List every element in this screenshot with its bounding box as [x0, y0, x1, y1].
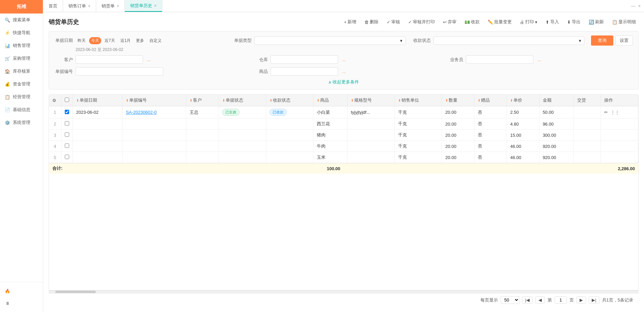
date-shortcut-昨天[interactable]: 昨天	[76, 37, 88, 44]
row-doc-no-2	[122, 130, 186, 141]
goods-picker[interactable]: ...	[341, 69, 347, 74]
row-price-2: 15.00	[507, 130, 539, 141]
row-checkbox-4[interactable]	[61, 152, 73, 163]
edit-icon-0[interactable]: ✏	[604, 110, 608, 115]
filter-row-3: 单据编号 商品 ...	[54, 67, 633, 76]
first-page-btn[interactable]: |◀	[522, 296, 533, 304]
doc-no-col-header[interactable]: ⬆单据编号	[122, 95, 186, 106]
summary-qty: 100.00	[66, 166, 601, 171]
docno-input[interactable]	[76, 67, 163, 76]
row-checkbox-0[interactable]	[61, 106, 73, 119]
unit-col-header[interactable]: ⬆销售单位	[395, 95, 442, 106]
row-gift-3: 否	[474, 141, 507, 152]
gift-col-header[interactable]: ⬆赠品	[474, 95, 507, 106]
doc-date-col-header[interactable]: ⬆单据日期	[73, 95, 122, 106]
tab-sales-order[interactable]: 销售订单×	[63, 0, 96, 12]
sidebar-item-inventory-calc[interactable]: 🏠库存核算	[0, 65, 43, 78]
row-checkbox-2[interactable]	[61, 130, 73, 141]
scroll-track[interactable]	[49, 290, 639, 293]
next-page-btn[interactable]: ▶	[577, 296, 586, 304]
tab-close-sales-goods[interactable]: ×	[117, 4, 119, 8]
row-checkbox-3[interactable]	[61, 141, 73, 152]
date-shortcut-今天[interactable]: 今天	[89, 37, 101, 44]
row-price-4: 46.00	[507, 152, 539, 163]
staff-input[interactable]	[466, 55, 533, 64]
sidebar-item-quick-nav[interactable]: ⚡快捷导航	[0, 26, 43, 39]
sidebar-item-fire[interactable]: 🔥	[0, 285, 43, 297]
row-goods-1: 西兰花	[313, 119, 347, 130]
page-size-select[interactable]: 50 100	[501, 296, 520, 304]
collect-button[interactable]: 💵收款	[462, 18, 482, 26]
sidebar-item-pause[interactable]: ⏸	[0, 297, 43, 309]
close-btn[interactable]: ×	[638, 3, 641, 8]
sidebar-item-basic-info[interactable]: 📄基础信息	[0, 103, 43, 116]
tab-sales-history[interactable]: 销货单历史×	[125, 0, 162, 12]
payment-status-select[interactable]: ▾	[433, 36, 584, 45]
customer-input[interactable]	[76, 55, 143, 64]
batch-change-button[interactable]: ✏️批量变更	[485, 18, 514, 26]
row-spec-1	[347, 119, 394, 130]
checkbox-col-header[interactable]	[61, 95, 73, 106]
filter-date-range-row: 2023-06-02 至 2023-06-02	[54, 47, 633, 53]
page-number-input[interactable]	[555, 296, 567, 304]
price-col-header[interactable]: ⬆单价	[507, 95, 539, 106]
select-all-checkbox[interactable]	[65, 98, 69, 102]
customer-picker[interactable]: ...	[146, 57, 152, 62]
import-button[interactable]: ⬆导入	[543, 18, 562, 26]
new-button[interactable]: +新增	[341, 18, 359, 26]
customer-col-header[interactable]: ⬆客户	[186, 95, 219, 106]
sidebar-item-sales-mgmt[interactable]: 📊销售管理	[0, 39, 43, 52]
minimize-btn[interactable]: —	[631, 3, 635, 8]
more-icon-0[interactable]: ⋮⋮	[611, 110, 619, 115]
prev-page-btn[interactable]: ◀	[535, 296, 545, 304]
staff-picker[interactable]: ...	[536, 57, 542, 62]
row-amount-2: 300.00	[539, 130, 574, 141]
audit-print-button[interactable]: ✓审核并打印	[405, 18, 438, 26]
goods-input[interactable]	[271, 67, 338, 76]
row-unit-1: 千克	[395, 119, 442, 130]
show-detail-button[interactable]: 📋显示明细	[609, 18, 639, 26]
payment-status-col-header[interactable]: ⬆收款状态	[266, 95, 313, 106]
settings-button[interactable]: 设置	[615, 35, 633, 46]
date-shortcut-近1月[interactable]: 近1月	[118, 37, 133, 44]
type-select[interactable]: ▾	[254, 36, 405, 45]
row-checkbox-1[interactable]	[61, 119, 73, 130]
qty-col-header[interactable]: ⬆数量	[442, 95, 474, 106]
audit-button[interactable]: ✓审核	[384, 18, 403, 26]
table-header: ⚙ ⬆单据日期 ⬆单据编号 ⬆客户 ⬆单据状态 ⬆收款状态 ⬆商品 ⬆规格型号 …	[49, 95, 638, 106]
date-shortcut-自定义[interactable]: 自定义	[147, 37, 164, 44]
sidebar-item-system-mgmt[interactable]: ⚙️系统管理	[0, 116, 43, 129]
doc-no-link-0[interactable]: SA-20230602-0	[126, 110, 157, 115]
sidebar-item-purchase-mgmt[interactable]: 🛒采购管理	[0, 52, 43, 65]
warehouse-picker[interactable]: ...	[341, 57, 347, 62]
collapse-btn[interactable]: ∧ 收起更多条件	[328, 79, 359, 85]
settings-col-header[interactable]: ⚙	[49, 95, 61, 106]
collapse-row: ∧ 收起更多条件	[54, 79, 633, 85]
tab-sales-goods[interactable]: 销货单×	[96, 0, 125, 12]
date-shortcut-近7天[interactable]: 近7天	[103, 37, 117, 44]
op-cell-0: ✏⋮⋮	[604, 110, 635, 115]
refresh-button[interactable]: 🔄刷新	[586, 18, 607, 26]
delete-button[interactable]: 🗑删除	[362, 18, 381, 26]
goods-col-header[interactable]: ⬆商品	[313, 95, 347, 106]
transaction-col-header[interactable]: 交货	[574, 95, 600, 106]
export-button[interactable]: ⬇导出	[564, 18, 583, 26]
amount-col-header[interactable]: 金额	[539, 95, 574, 106]
tab-home[interactable]: 首页	[43, 0, 63, 12]
abandon-button[interactable]: ↩弃审	[440, 18, 459, 26]
last-page-btn[interactable]: ▶|	[589, 296, 599, 304]
doc-status-col-header[interactable]: ⬆单据状态	[219, 95, 266, 106]
warehouse-filter-group: 仓库 ...	[249, 55, 438, 64]
new-icon: +	[344, 20, 346, 25]
warehouse-input[interactable]	[271, 55, 338, 64]
tab-close-sales-order[interactable]: ×	[88, 4, 90, 8]
payment-filter-group: 收款状态 ▾	[412, 36, 584, 45]
spec-col-header[interactable]: ⬆规格型号	[347, 95, 394, 106]
print-button[interactable]: 🖨打印▾	[517, 18, 540, 26]
query-button[interactable]: 查询	[591, 35, 613, 46]
sidebar-item-finance-mgmt[interactable]: 💰资金管理	[0, 78, 43, 90]
sidebar-item-search-menu[interactable]: 🔍搜索菜单	[0, 14, 43, 26]
sidebar-item-operations-mgmt[interactable]: 📋经营管理	[0, 90, 43, 103]
date-shortcut-更多[interactable]: 更多	[134, 37, 146, 44]
tab-close-sales-history[interactable]: ×	[154, 3, 157, 8]
